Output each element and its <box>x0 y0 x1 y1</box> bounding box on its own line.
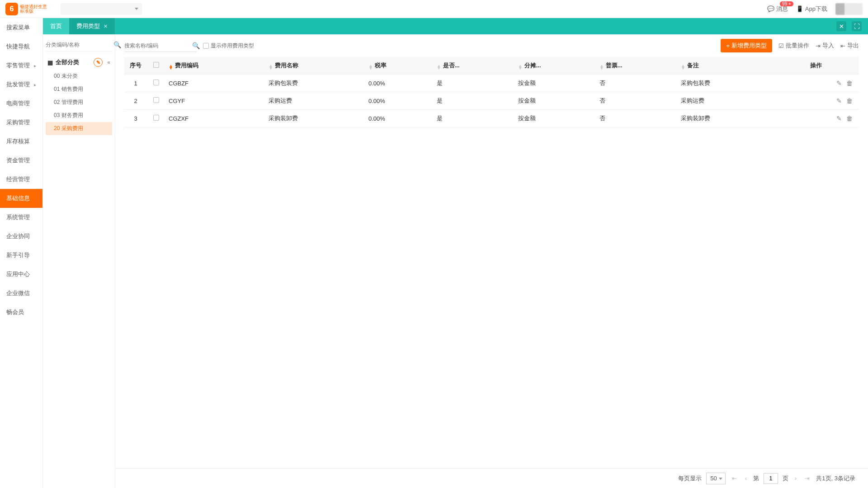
sidebar-item[interactable]: 应用中心 <box>0 265 42 284</box>
company-selector[interactable] <box>61 3 142 15</box>
cell-rate: 0.00% <box>365 110 433 127</box>
cell-code: CGYF <box>165 92 265 110</box>
column-header[interactable]: ▲▼费用编码 <box>165 57 265 75</box>
column-header[interactable]: ▲▼备注 <box>677 57 776 75</box>
tree-item[interactable]: 00 未分类 <box>46 70 112 83</box>
search-icon[interactable]: 🔍 <box>192 42 200 49</box>
cell-yn: 是 <box>433 92 514 110</box>
batch-ops-button[interactable]: ☑ 批量操作 <box>778 42 809 50</box>
pager-first-button[interactable]: ⇤ <box>730 475 739 482</box>
tree-item[interactable]: 03 财务费用 <box>46 109 112 122</box>
sort-icon: ▲▼ <box>518 65 523 69</box>
tab-fee-type-label: 费用类型 <box>76 22 100 30</box>
add-fee-type-button[interactable]: 新增费用类型 <box>721 39 772 52</box>
name-search-input[interactable] <box>124 42 192 49</box>
column-label: 普票... <box>606 62 623 69</box>
checkbox-icon <box>153 62 159 68</box>
sidebar-item[interactable]: 新手引导 <box>0 246 42 265</box>
page-size-select[interactable]: 50 <box>706 473 725 484</box>
batch-label: 批量操作 <box>786 42 809 50</box>
sidebar-item[interactable]: 库存核算 <box>0 132 42 151</box>
sidebar-item[interactable]: 采购管理 <box>0 113 42 132</box>
toolbar: 🔍 显示停用费用类型 新增费用类型 ☑ 批量操作 ⇥ 导入 <box>115 34 868 57</box>
category-search-input[interactable] <box>46 42 113 48</box>
tab-fee-type[interactable]: 费用类型 ✕ <box>69 18 115 34</box>
messages-link[interactable]: 💬 消息 99 + <box>767 5 788 13</box>
select-all-header[interactable] <box>147 57 165 75</box>
left-sidebar: 搜索菜单快捷导航零售管理▸批发管理▸电商管理采购管理库存核算资金管理经营管理基础… <box>0 18 43 488</box>
page-input[interactable] <box>764 473 778 484</box>
tree-root-label: 全部分类 <box>56 58 79 66</box>
export-button[interactable]: ⇤ 导出 <box>840 42 859 50</box>
sidebar-item[interactable]: 基础信息 <box>0 189 42 208</box>
row-checkbox-cell[interactable] <box>147 92 165 110</box>
show-disabled-checkbox[interactable]: 显示停用费用类型 <box>203 42 254 50</box>
logo-slogan: 畅捷通好生意 <box>20 5 47 9</box>
column-header[interactable]: 操作 <box>776 57 859 75</box>
collapse-tree-icon[interactable]: « <box>107 59 110 66</box>
cell-alloc: 按金额 <box>514 92 596 110</box>
sidebar-item[interactable]: 批发管理▸ <box>0 75 42 94</box>
search-icon[interactable]: 🔍 <box>113 41 121 48</box>
sidebar-item[interactable]: 经营管理 <box>0 170 42 189</box>
sidebar-item[interactable]: 企业协同 <box>0 227 42 246</box>
sidebar-item[interactable]: 零售管理▸ <box>0 56 42 75</box>
sidebar-item[interactable]: 电商管理 <box>0 94 42 113</box>
pager-last-button[interactable]: ⇥ <box>803 475 811 482</box>
cell-yn: 是 <box>433 110 514 127</box>
sidebar-item[interactable]: 企业微信 <box>0 284 42 303</box>
pager-prev-button[interactable]: ‹ <box>743 475 749 482</box>
page-size-value: 50 <box>710 475 717 482</box>
tree-root[interactable]: ▦ 全部分类 ✎ « <box>46 55 112 70</box>
cell-seq: 1 <box>124 75 147 92</box>
app-download-link[interactable]: 📱 App下载 <box>796 5 827 13</box>
name-search: 🔍 <box>124 39 197 52</box>
pager-next-button[interactable]: › <box>793 475 798 482</box>
import-button[interactable]: ⇥ 导入 <box>816 42 834 50</box>
column-label: 备注 <box>687 62 699 69</box>
sort-icon: ▲▼ <box>169 65 173 69</box>
batch-icon: ☑ <box>778 42 784 49</box>
column-header[interactable]: 序号 <box>124 57 147 75</box>
cell-rate: 0.00% <box>365 92 433 110</box>
tab-home[interactable]: 首页 <box>43 18 69 34</box>
sidebar-item[interactable]: 畅会员 <box>0 303 42 322</box>
edit-icon[interactable]: ✎ <box>836 115 842 122</box>
logo-tag: 标准版 <box>20 9 47 14</box>
cell-alloc: 按金额 <box>514 110 596 127</box>
row-checkbox-cell[interactable] <box>147 110 165 127</box>
column-header[interactable]: ▲▼费用名称 <box>265 57 365 75</box>
avatar[interactable] <box>835 3 863 15</box>
delete-icon[interactable]: 🗑 <box>846 115 853 122</box>
sort-icon: ▲▼ <box>269 65 273 69</box>
tab-bar: 首页 费用类型 ✕ ✕ ⛶ <box>0 18 868 34</box>
column-header[interactable]: ▲▼税率 <box>365 57 433 75</box>
sidebar-item[interactable]: 系统管理 <box>0 208 42 227</box>
tree-item[interactable]: 20 采购费用 <box>46 122 112 135</box>
close-icon[interactable]: ✕ <box>104 23 108 29</box>
per-page-label: 每页显示 <box>678 474 702 483</box>
tree-item[interactable]: 01 销售费用 <box>46 83 112 96</box>
cell-remark: 采购运费 <box>677 92 776 110</box>
cell-alloc: 按金额 <box>514 75 596 92</box>
edit-icon[interactable]: ✎ <box>836 97 842 104</box>
column-label: 费用编码 <box>175 62 198 69</box>
sidebar-item[interactable]: 搜索菜单 <box>0 18 42 37</box>
delete-icon[interactable]: 🗑 <box>846 80 853 87</box>
chevron-down-icon <box>719 478 722 480</box>
tab-close-button[interactable]: ✕ <box>836 21 846 31</box>
edit-category-button[interactable]: ✎ <box>94 58 103 67</box>
top-bar-right: 💬 消息 99 + 📱 App下载 <box>767 3 863 15</box>
column-header[interactable]: ▲▼是否... <box>433 57 514 75</box>
edit-icon[interactable]: ✎ <box>836 80 842 87</box>
cell-name: 采购包装费 <box>265 75 365 92</box>
sidebar-item[interactable]: 资金管理 <box>0 151 42 170</box>
column-header[interactable]: ▲▼分摊... <box>514 57 596 75</box>
fullscreen-button[interactable]: ⛶ <box>852 21 862 31</box>
row-checkbox-cell[interactable] <box>147 75 165 92</box>
delete-icon[interactable]: 🗑 <box>846 97 853 104</box>
column-header[interactable]: ▲▼普票... <box>596 57 677 75</box>
sidebar-item[interactable]: 快捷导航 <box>0 37 42 56</box>
tree-item[interactable]: 02 管理费用 <box>46 96 112 109</box>
chevron-down-icon <box>135 8 138 10</box>
